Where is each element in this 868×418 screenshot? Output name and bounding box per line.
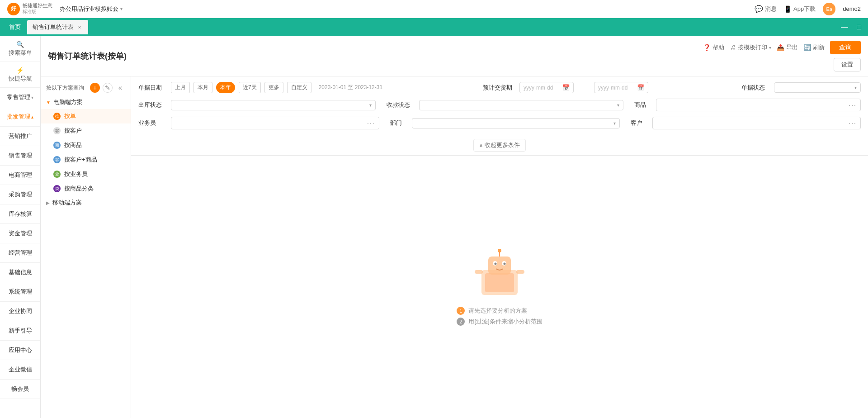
header-action-group: ❓ 帮助 🖨 按模板打印 ▾ 📤 导出 🔄 刷新 — [703, 41, 861, 71]
user-avatar[interactable]: Ea — [823, 3, 835, 15]
refresh-icon: 🔄 — [803, 44, 811, 51]
sidebar-item-purchase-label: 采购管理 — [9, 191, 32, 198]
search-icon: 🔍 — [4, 41, 37, 48]
sidebar-item-system[interactable]: 系统管理 — [0, 282, 40, 302]
scheme-item-by-goods-label: 按商品 — [64, 141, 82, 149]
export-action[interactable]: 📤 导出 — [777, 43, 798, 52]
sidebar-item-ecommerce-label: 电商管理 — [9, 171, 32, 178]
sidebar-item-marketing[interactable]: 营销推广 — [0, 127, 40, 146]
salesperson-more-icon[interactable]: ··· — [367, 119, 375, 127]
workspace-selector[interactable]: 办公用品行业模拟账套 ▾ — [56, 3, 126, 15]
scheme-item-by-salesperson-label: 按业务员 — [64, 170, 88, 178]
expected-date-end[interactable]: yyyy-mm-dd 📅 — [594, 82, 648, 93]
message-label: 消息 — [765, 5, 777, 13]
sidebar-item-system-label: 系统管理 — [9, 288, 32, 295]
department-chevron-icon: ▾ — [613, 121, 616, 126]
scheme-item-by-customer-goods[interactable]: 客 按客户+商品 — [41, 152, 131, 167]
print-chevron-icon: ▾ — [769, 45, 771, 50]
this-month-btn[interactable]: 本月 — [193, 82, 212, 93]
step-1-num: 1 — [457, 307, 465, 315]
sidebar-item-enterprise-wx[interactable]: 企业微信 — [0, 360, 40, 380]
scheme-item-by-customer-label: 按客户 — [64, 127, 82, 135]
scheme-category-mobile[interactable]: ▶ 移动端方案 — [41, 196, 131, 209]
sidebar-item-sales[interactable]: 销售管理 — [0, 146, 40, 166]
print-label: 按模板打印 — [738, 43, 767, 52]
more-date-btn[interactable]: 更多 — [264, 82, 283, 93]
scheme-edit-btn[interactable]: ✎ — [103, 83, 113, 93]
scheme-add-btn[interactable]: + — [90, 83, 100, 93]
salesperson-label: 业务员 — [138, 119, 164, 127]
sidebar: 🔍 搜索菜单 ⚡ 快捷导航 零售管理 ▾ 批发管理 ▴ 营销推广 销售管理 电商… — [0, 36, 41, 418]
expected-date-start[interactable]: yyyy-mm-dd 📅 — [519, 82, 574, 93]
payment-status-select[interactable]: ▾ — [419, 100, 624, 110]
sidebar-quick-nav[interactable]: ⚡ 快捷导航 — [0, 62, 40, 88]
sidebar-item-retail[interactable]: 零售管理 ▾ — [0, 88, 40, 107]
collapse-bar: ∧ 收起更多条件 — [131, 135, 868, 156]
current-year-btn[interactable]: 本年 — [216, 82, 235, 93]
message-action[interactable]: 💬 消息 — [755, 5, 777, 13]
last-month-btn[interactable]: 上月 — [171, 82, 190, 93]
sidebar-item-marketing-label: 营销推广 — [9, 133, 32, 139]
tab-close-icon[interactable]: × — [76, 24, 83, 30]
scheme-item-by-customer-goods-label: 按客户+商品 — [64, 156, 97, 164]
scheme-item-by-salesperson[interactable]: 业 按业务员 — [41, 167, 131, 181]
print-action[interactable]: 🖨 按模板打印 ▾ — [730, 43, 771, 52]
sidebar-item-purchase[interactable]: 采购管理 — [0, 185, 40, 204]
ship-status-chevron-icon: ▾ — [369, 103, 372, 108]
tab-sales-stats[interactable]: 销售订单统计表 × — [27, 20, 88, 34]
doc-status-select[interactable]: ▾ — [774, 82, 861, 93]
sidebar-item-retail-arrow: ▾ — [31, 95, 33, 100]
scheme-collapse-btn[interactable]: « — [115, 83, 125, 93]
date-range-text: 2023-01-01 至 2023-12-31 — [319, 84, 382, 91]
sidebar-item-inventory[interactable]: 库存核算 — [0, 204, 40, 224]
empty-illustration — [468, 245, 531, 299]
empty-step-1: 1 请先选择要分析的方案 — [457, 307, 542, 315]
customer-more-icon[interactable]: ··· — [849, 119, 857, 127]
scheme-item-by-goods-category[interactable]: 类 按商品分类 — [41, 181, 131, 196]
scheme-category-pc[interactable]: ▼ 电脑端方案 — [41, 95, 131, 109]
scheme-item-by-order[interactable]: 按 按单 — [41, 109, 131, 124]
scheme-item-by-goods[interactable]: 商 按商品 — [41, 138, 131, 152]
ship-status-select[interactable]: ▾ — [171, 100, 376, 110]
sidebar-item-ecommerce[interactable]: 电商管理 — [0, 166, 40, 185]
sidebar-item-operations[interactable]: 经营管理 — [0, 243, 40, 263]
sidebar-item-enterprise-label: 企业协同 — [9, 308, 32, 314]
tab-home[interactable]: 首页 — [4, 20, 26, 34]
customer-select[interactable]: ··· — [652, 117, 861, 129]
query-button[interactable]: 查询 — [830, 41, 861, 54]
salesperson-select[interactable]: ··· — [171, 117, 379, 129]
sidebar-item-finance[interactable]: 资金管理 — [0, 224, 40, 243]
page-header: 销售订单统计表(按单) ❓ 帮助 🖨 按模板打印 ▾ 📤 导出 — [41, 36, 868, 76]
tab-maximize-btn[interactable]: □ — [854, 22, 864, 33]
sidebar-item-app-center[interactable]: 应用中心 — [0, 341, 40, 360]
goods-more-icon[interactable]: ··· — [849, 101, 857, 109]
scheme-category-arrow-down: ▼ — [46, 100, 51, 105]
goods-select[interactable]: ··· — [656, 99, 861, 111]
sidebar-search[interactable]: 🔍 搜索菜单 — [0, 36, 40, 62]
custom-date-btn[interactable]: 自定义 — [287, 82, 311, 93]
refresh-action[interactable]: 🔄 刷新 — [803, 43, 825, 52]
tab-minimize-btn[interactable]: — — [839, 22, 850, 33]
help-action[interactable]: ❓ 帮助 — [703, 43, 724, 52]
date-dash: — — [581, 84, 587, 91]
sidebar-item-enterprise[interactable]: 企业协同 — [0, 302, 40, 321]
last7days-btn[interactable]: 近7天 — [239, 82, 261, 93]
sidebar-item-newbie[interactable]: 新手引导 — [0, 321, 40, 341]
logo-area: 好 畅捷通好生意 标准版 — [7, 3, 52, 15]
expected-date-label: 预计交货期 — [483, 84, 512, 92]
settings-button[interactable]: 设置 — [834, 58, 861, 71]
department-select[interactable]: ▾ — [412, 118, 620, 128]
top-bar-right: 💬 消息 📱 App下载 Ea demo2 — [755, 3, 861, 15]
refresh-label: 刷新 — [813, 43, 825, 52]
sidebar-item-wholesale[interactable]: 批发管理 ▴ — [0, 107, 40, 127]
app-label: App下载 — [793, 5, 816, 13]
sidebar-item-basic-info-label: 基础信息 — [9, 269, 32, 276]
filter-row-date: 单据日期 上月 本月 本年 近7天 更多 自定义 2023-01-01 至 20… — [138, 82, 861, 93]
sidebar-item-vip[interactable]: 畅会员 — [0, 380, 40, 399]
app-download-action[interactable]: 📱 App下载 — [784, 5, 816, 13]
sidebar-item-basic-info[interactable]: 基础信息 — [0, 263, 40, 282]
customer-label: 客户 — [631, 119, 645, 127]
scheme-item-by-customer[interactable]: 客 按客户 — [41, 124, 131, 138]
sidebar-quick-nav-label: 快捷导航 — [4, 75, 37, 83]
collapse-button[interactable]: ∧ 收起更多条件 — [473, 139, 526, 152]
